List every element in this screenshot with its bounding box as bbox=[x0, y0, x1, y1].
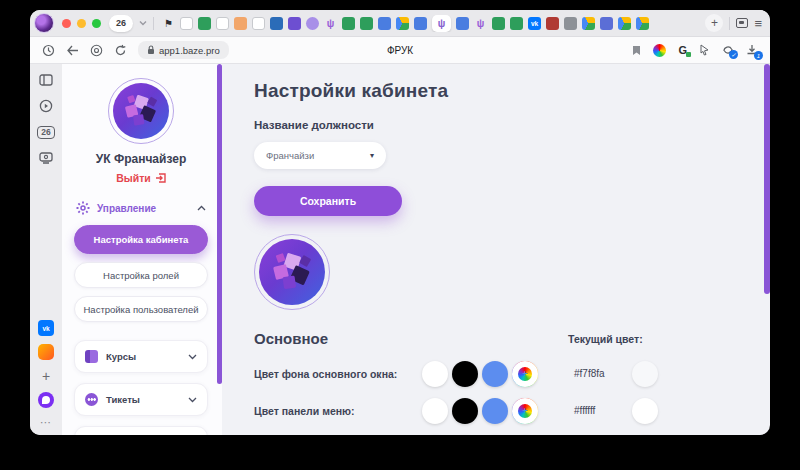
reload-icon[interactable] bbox=[114, 44, 127, 57]
docs-tab-icon[interactable] bbox=[378, 17, 391, 30]
current-color-hex: #f7f8fa bbox=[574, 368, 632, 379]
pointer-extension-icon[interactable] bbox=[699, 44, 710, 56]
sidebar-subitem[interactable]: Настройка ролей bbox=[74, 262, 208, 288]
url-text: app1.baze.pro bbox=[159, 45, 220, 56]
chevron-down-icon[interactable] bbox=[139, 20, 147, 26]
minimize-window-button[interactable] bbox=[77, 19, 86, 28]
custom-color-wheel-swatch[interactable] bbox=[512, 398, 538, 424]
current-color-header: Текущий цвет: bbox=[568, 333, 643, 345]
chevron-down-icon: ▾ bbox=[370, 151, 374, 160]
app-orange-tab-icon[interactable] bbox=[234, 17, 247, 30]
preset-color-swatch[interactable] bbox=[482, 361, 508, 387]
purple-app-pinned-icon[interactable] bbox=[38, 392, 54, 408]
current-color-hex: #ffffff bbox=[574, 405, 632, 416]
tab-counter[interactable]: 26 bbox=[109, 15, 133, 32]
preset-color-swatch[interactable] bbox=[482, 435, 508, 436]
flag-tab-icon[interactable]: ⚑ bbox=[162, 17, 175, 30]
sidebar-subitem[interactable]: Настройка кабинета bbox=[74, 225, 208, 254]
tab-overview-icon[interactable] bbox=[736, 18, 748, 28]
drive-tab-icon[interactable] bbox=[582, 17, 595, 30]
profile-name: УК Франчайзер bbox=[96, 152, 186, 166]
color-setting-label: Цвет фона основного окна: bbox=[254, 368, 422, 380]
docs-tab-icon[interactable] bbox=[414, 17, 427, 30]
add-pinned-icon[interactable]: + bbox=[38, 368, 54, 384]
trello-tab-icon[interactable] bbox=[270, 17, 283, 30]
extension-icon[interactable] bbox=[90, 44, 103, 57]
preset-color-swatch[interactable] bbox=[482, 398, 508, 424]
current-color-swatch bbox=[632, 361, 658, 387]
preset-color-swatch[interactable] bbox=[452, 398, 478, 424]
nav-group-header[interactable]: Управление bbox=[74, 201, 208, 215]
chat-icon bbox=[85, 393, 98, 406]
save-button[interactable]: Сохранить bbox=[254, 186, 402, 216]
preset-color-swatch[interactable] bbox=[422, 435, 448, 436]
page-scrollbar[interactable] bbox=[764, 64, 770, 294]
docs-tab-icon[interactable] bbox=[456, 17, 469, 30]
current-color-swatch bbox=[632, 435, 658, 436]
active-tab[interactable]: ψ bbox=[432, 15, 451, 32]
red-app-tab-icon[interactable] bbox=[546, 17, 559, 30]
bookmark-icon[interactable] bbox=[632, 45, 641, 56]
sheets-tab-icon[interactable] bbox=[198, 17, 211, 30]
drive-tab-icon[interactable] bbox=[636, 17, 649, 30]
reader-view-icon[interactable] bbox=[39, 152, 53, 164]
sidebar-group-chat[interactable]: Тикеты bbox=[74, 383, 208, 416]
docs-tab-icon[interactable] bbox=[600, 17, 613, 30]
drive-tab-icon[interactable] bbox=[618, 17, 631, 30]
custom-color-wheel-swatch[interactable] bbox=[512, 435, 538, 436]
more-dots-icon[interactable]: ⋯ bbox=[40, 416, 52, 429]
download-badge: 1 bbox=[754, 51, 763, 60]
avatar-cubes-art bbox=[259, 239, 325, 305]
profile-card: УК Франчайзер Выйти bbox=[74, 78, 208, 184]
nav-group-label: Управление bbox=[97, 203, 156, 214]
sync-check-icon[interactable]: ✓ bbox=[722, 44, 734, 56]
g-extension-icon[interactable]: G bbox=[678, 45, 687, 56]
preset-color-swatch[interactable] bbox=[422, 361, 448, 387]
preset-color-swatch[interactable] bbox=[452, 361, 478, 387]
play-circle-icon[interactable] bbox=[39, 99, 53, 113]
sheets-tab-icon[interactable] bbox=[492, 17, 505, 30]
fullscreen-window-button[interactable] bbox=[92, 19, 101, 28]
history-icon[interactable] bbox=[42, 44, 55, 57]
close-window-button[interactable] bbox=[62, 19, 71, 28]
main-content: Настройки кабинета Название должности Фр… bbox=[222, 64, 770, 435]
logout-button[interactable]: Выйти bbox=[116, 172, 166, 184]
board-tab-icon[interactable] bbox=[252, 17, 265, 30]
gray-app-tab-icon[interactable] bbox=[564, 17, 577, 30]
toolbar-right-icons: G ✓ 1 bbox=[632, 44, 758, 57]
baze-plug-tab-icon[interactable]: ψ bbox=[474, 17, 487, 30]
orange-app-pinned-icon[interactable] bbox=[38, 344, 54, 360]
back-icon[interactable] bbox=[66, 45, 79, 56]
document-tab-icon[interactable] bbox=[180, 17, 193, 30]
drive-tab-icon[interactable] bbox=[396, 17, 409, 30]
sheets-tab-icon[interactable] bbox=[342, 17, 355, 30]
app-lilac-tab-icon[interactable] bbox=[306, 17, 319, 30]
preset-color-swatch[interactable] bbox=[452, 435, 478, 436]
custom-color-wheel-swatch[interactable] bbox=[512, 361, 538, 387]
menu-icon[interactable]: ≡ bbox=[754, 17, 762, 30]
lock-icon bbox=[147, 45, 155, 55]
rail-tab-counter[interactable]: 26 bbox=[37, 126, 54, 139]
sidebar-subitem[interactable]: Настройка пользователей bbox=[74, 296, 208, 322]
url-bar[interactable]: app1.baze.pro bbox=[138, 41, 229, 59]
sidebar-group-report[interactable]: Отчёты bbox=[74, 426, 208, 435]
baze-plug-tab-icon[interactable]: ψ bbox=[435, 17, 448, 30]
preset-color-swatch[interactable] bbox=[422, 398, 448, 424]
sheets-tab-icon[interactable] bbox=[360, 17, 373, 30]
sidebar-group-label: Тикеты bbox=[106, 394, 140, 405]
document-tab-icon[interactable] bbox=[216, 17, 229, 30]
color-wheel-extension-icon[interactable] bbox=[653, 44, 666, 57]
baze-plug-tab-icon[interactable]: ψ bbox=[324, 17, 337, 30]
browser-profile-avatar[interactable] bbox=[34, 13, 54, 33]
section-title: Основное bbox=[254, 330, 328, 347]
vk-pinned-icon[interactable]: vk bbox=[38, 320, 54, 336]
vk-tab-icon[interactable]: vk bbox=[528, 17, 541, 30]
sidebar-panels-icon[interactable] bbox=[39, 74, 53, 86]
new-tab-button[interactable]: + bbox=[705, 14, 723, 32]
shield-app-tab-icon[interactable] bbox=[288, 17, 301, 30]
download-icon[interactable]: 1 bbox=[746, 44, 758, 56]
browser-tab-strip: 26 ⚑ψψψvk + ≡ bbox=[30, 10, 770, 37]
sidebar-group-book[interactable]: Курсы bbox=[74, 340, 208, 373]
position-select[interactable]: Франчайзи ▾ bbox=[254, 142, 386, 169]
sheets-tab-icon[interactable] bbox=[510, 17, 523, 30]
